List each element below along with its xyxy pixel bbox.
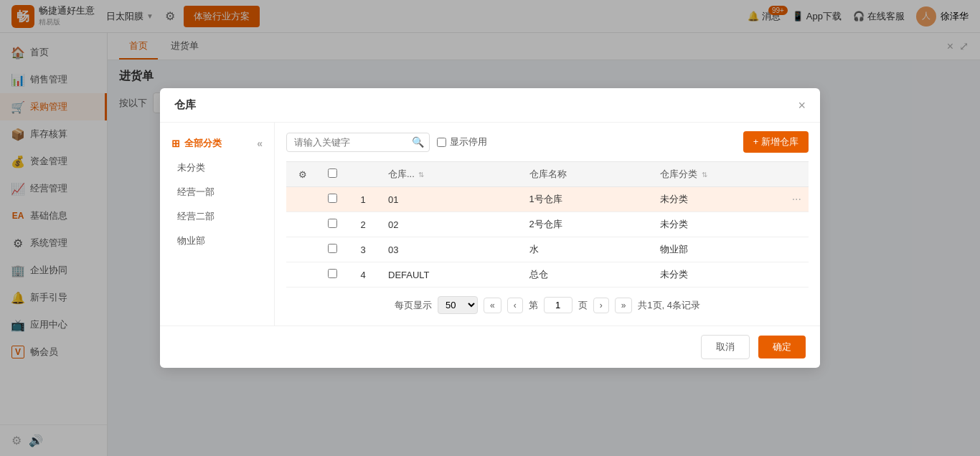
per-page-select[interactable]: 50 10 20 100 <box>438 296 478 314</box>
row-checkbox-2[interactable] <box>328 219 337 228</box>
th-name[interactable]: 仓库名称 <box>522 162 653 187</box>
page-prev-button[interactable]: ‹ <box>507 298 523 313</box>
th-gear[interactable]: ⚙ <box>286 162 319 187</box>
th-code[interactable]: 仓库... ⇅ <box>381 162 522 187</box>
th-category[interactable]: 仓库分类 ⇅ <box>653 162 809 187</box>
row-check-1[interactable] <box>319 187 345 212</box>
page-last-button[interactable]: » <box>615 298 633 313</box>
row-check-4[interactable] <box>319 262 345 288</box>
cancel-button[interactable]: 取消 <box>701 335 750 359</box>
row-no-3: 3 <box>345 237 381 262</box>
row-code-4: DEFAULT <box>381 262 522 288</box>
warehouse-table: ⚙ 仓库... ⇅ 仓库名称 <box>286 161 809 288</box>
warehouse-modal: 仓库 × ⊞ 全部分类 « 未分类 经营一部 经营二部 物业部 <box>160 88 820 368</box>
show-disabled-checkbox[interactable] <box>437 138 446 147</box>
select-all-checkbox[interactable] <box>328 168 337 178</box>
search-input[interactable] <box>286 133 430 152</box>
modal-footer: 取消 确定 <box>160 326 820 368</box>
row-no-2: 2 <box>345 212 381 237</box>
page-number-input[interactable] <box>544 297 573 313</box>
row-more-1[interactable]: ··· <box>792 193 801 206</box>
table-body: 1 01 1号仓库 未分类 ··· 2 02 2号仓库 <box>286 187 809 288</box>
page-first-button[interactable]: « <box>484 298 501 313</box>
modal-header: 仓库 × <box>160 88 820 123</box>
row-no-1: 1 <box>345 187 381 212</box>
table-row[interactable]: 2 02 2号仓库 未分类 <box>286 212 809 237</box>
grid-icon: ⊞ <box>171 138 180 149</box>
show-disabled-text: 显示停用 <box>450 136 487 148</box>
row-category-2: 未分类 <box>653 212 809 237</box>
table-row[interactable]: 1 01 1号仓库 未分类 ··· <box>286 187 809 212</box>
row-category-3: 物业部 <box>653 237 809 262</box>
category-item-dept1[interactable]: 经营一部 <box>160 180 274 204</box>
table-panel: 🔍 显示停用 + 新增仓库 ⚙ <box>275 123 820 326</box>
row-no-4: 4 <box>345 262 381 288</box>
category-item-dept2[interactable]: 经营二部 <box>160 204 274 229</box>
row-name-3: 水 <box>522 237 653 262</box>
category-all[interactable]: ⊞ 全部分类 « <box>160 131 274 156</box>
table-row[interactable]: 3 03 水 物业部 <box>286 237 809 262</box>
modal-overlay: 仓库 × ⊞ 全部分类 « 未分类 经营一部 经营二部 物业部 <box>0 0 980 456</box>
th-name-label: 仓库名称 <box>529 168 567 179</box>
row-check-2[interactable] <box>319 212 345 237</box>
page-suffix-label: 页 <box>578 299 588 312</box>
th-check[interactable] <box>319 162 345 187</box>
row-checkbox-4[interactable] <box>328 269 337 278</box>
search-wrap: 🔍 <box>286 133 430 152</box>
category-item-unclassified[interactable]: 未分类 <box>160 156 274 180</box>
row-gear-1 <box>286 187 319 212</box>
row-gear-3 <box>286 237 319 262</box>
sort-code-icon: ⇅ <box>418 171 424 179</box>
row-code-2: 02 <box>381 212 522 237</box>
row-name-2: 2号仓库 <box>522 212 653 237</box>
pagination: 每页显示 50 10 20 100 « ‹ 第 页 › » 共1页, 4条记录 <box>286 288 809 317</box>
row-name-1: 1号仓库 <box>522 187 653 212</box>
row-category-1: 未分类 ··· <box>653 187 809 212</box>
table-head: ⚙ 仓库... ⇅ 仓库名称 <box>286 162 809 187</box>
table-container: ⚙ 仓库... ⇅ 仓库名称 <box>286 161 809 288</box>
category-item-property[interactable]: 物业部 <box>160 229 274 253</box>
th-no <box>345 162 381 187</box>
row-name-4: 总仓 <box>522 262 653 288</box>
table-header-row: ⚙ 仓库... ⇅ 仓库名称 <box>286 162 809 187</box>
row-code-3: 03 <box>381 237 522 262</box>
confirm-button[interactable]: 确定 <box>758 336 806 358</box>
row-checkbox-3[interactable] <box>328 244 337 253</box>
table-row[interactable]: 4 DEFAULT 总仓 未分类 <box>286 262 809 288</box>
show-disabled-label: 显示停用 <box>437 136 487 148</box>
page-prefix-label: 第 <box>529 299 538 312</box>
modal-body: ⊞ 全部分类 « 未分类 经营一部 经营二部 物业部 🔍 <box>160 123 820 326</box>
page-total-info: 共1页, 4条记录 <box>638 299 700 312</box>
th-code-label: 仓库... <box>388 168 415 179</box>
sort-category-icon: ⇅ <box>702 171 707 179</box>
per-page-label: 每页显示 <box>395 299 432 312</box>
modal-title: 仓库 <box>174 98 196 112</box>
add-warehouse-button[interactable]: + 新增仓库 <box>743 131 809 153</box>
close-icon[interactable]: × <box>798 99 806 112</box>
collapse-button[interactable]: « <box>257 138 263 149</box>
search-icon[interactable]: 🔍 <box>412 136 424 148</box>
page-next-button[interactable]: › <box>593 298 609 313</box>
row-gear-4 <box>286 262 319 288</box>
row-gear-2 <box>286 212 319 237</box>
table-toolbar: 🔍 显示停用 + 新增仓库 <box>286 131 809 153</box>
th-category-label: 仓库分类 <box>660 168 697 179</box>
row-checkbox-1[interactable] <box>328 194 337 203</box>
category-all-label: 全部分类 <box>184 137 222 150</box>
row-code-1: 01 <box>381 187 522 212</box>
row-check-3[interactable] <box>319 237 345 262</box>
row-category-4: 未分类 <box>653 262 809 288</box>
category-panel: ⊞ 全部分类 « 未分类 经营一部 经营二部 物业部 <box>160 123 275 326</box>
